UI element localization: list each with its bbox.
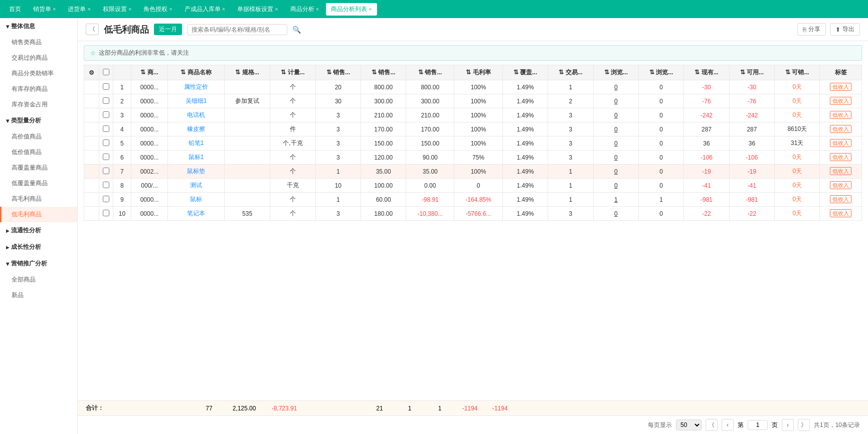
- col-header-available[interactable]: ⇅ 可用...: [729, 65, 774, 80]
- nav-close-goods-analysis-list[interactable]: ×: [369, 6, 372, 12]
- nav-item-goods-analysis[interactable]: 商品分析 ×: [285, 3, 324, 16]
- row-check[interactable]: [99, 165, 113, 179]
- sidebar-item-category-sales-rate[interactable]: 商品分类助销率: [0, 66, 77, 81]
- sidebar-item-low-coverage[interactable]: 低覆盖量商品: [0, 176, 77, 191]
- last-page-button[interactable]: 》: [798, 419, 810, 431]
- row-name[interactable]: 测试: [168, 179, 225, 193]
- search-input[interactable]: [187, 24, 287, 35]
- row-view1[interactable]: 0: [593, 151, 638, 165]
- nav-close-sales[interactable]: ×: [53, 6, 56, 12]
- sidebar-group-flow-analysis[interactable]: ▸ 流通性分析: [0, 222, 77, 239]
- per-page-select[interactable]: 50 100 200: [676, 419, 702, 430]
- row-checkbox[interactable]: [103, 83, 109, 90]
- row-view1[interactable]: 0: [593, 136, 638, 151]
- sidebar-item-high-coverage[interactable]: 高覆盖量商品: [0, 160, 77, 176]
- col-header-code[interactable]: ⇅ 商...: [131, 65, 167, 80]
- sidebar-item-all-goods[interactable]: 全部商品: [0, 272, 77, 287]
- row-check[interactable]: [99, 136, 113, 151]
- row-checkbox[interactable]: [103, 182, 109, 188]
- col-header-view2[interactable]: ⇅ 浏览...: [639, 65, 684, 80]
- col-header-spec[interactable]: ⇅ 规格...: [224, 65, 270, 80]
- row-view1[interactable]: 0: [593, 165, 638, 179]
- nav-item-product-entry[interactable]: 产成品入库单 ×: [180, 3, 230, 16]
- nav-item-sales[interactable]: 销货单 ×: [28, 3, 61, 16]
- row-checkbox[interactable]: [103, 168, 109, 174]
- row-name[interactable]: 属性定价: [168, 80, 225, 94]
- row-name[interactable]: 吴细细1: [168, 94, 225, 108]
- row-checkbox[interactable]: [103, 210, 109, 216]
- col-header-unit[interactable]: ⇅ 计量...: [270, 65, 315, 80]
- row-name[interactable]: 电话机: [168, 108, 225, 122]
- col-header-view1[interactable]: ⇅ 浏览...: [593, 65, 638, 80]
- col-header-current-stock[interactable]: ⇅ 现有...: [684, 65, 729, 80]
- row-check[interactable]: [99, 207, 113, 221]
- row-check[interactable]: [99, 122, 113, 136]
- sidebar-collapse-button[interactable]: 《: [86, 24, 99, 35]
- share-button[interactable]: ⎘ 分享: [797, 23, 826, 36]
- row-check[interactable]: [99, 193, 113, 207]
- nav-item-permission[interactable]: 权限设置 ×: [98, 3, 136, 16]
- col-header-tag[interactable]: 标签: [820, 65, 862, 80]
- nav-close-role[interactable]: ×: [169, 6, 172, 12]
- row-checkbox[interactable]: [103, 154, 109, 160]
- first-page-button[interactable]: 《: [706, 419, 718, 431]
- nav-close-template[interactable]: ×: [275, 6, 278, 12]
- col-header-trade-count[interactable]: ⇅ 交易...: [548, 65, 593, 80]
- row-check[interactable]: [99, 151, 113, 165]
- row-check[interactable]: [99, 108, 113, 122]
- sidebar-item-high-margin[interactable]: 高毛利商品: [0, 191, 77, 207]
- col-header-gross-margin[interactable]: ⇅ 毛利率: [454, 65, 503, 80]
- prev-page-button[interactable]: ‹: [722, 419, 734, 431]
- col-header-coverage[interactable]: ⇅ 覆盖...: [502, 65, 548, 80]
- row-name[interactable]: 鼠标: [168, 193, 225, 207]
- row-view1[interactable]: 0: [593, 207, 638, 221]
- row-view1[interactable]: 1: [593, 193, 638, 207]
- nav-close-permission[interactable]: ×: [128, 6, 131, 12]
- next-page-button[interactable]: ›: [782, 419, 794, 431]
- sidebar-item-traded-goods[interactable]: 交易过的商品: [0, 50, 77, 66]
- col-header-settings[interactable]: ⚙: [84, 65, 99, 80]
- sidebar-item-high-value[interactable]: 高价值商品: [0, 129, 77, 144]
- col-header-sales-profit[interactable]: ⇅ 销售...: [406, 65, 454, 80]
- nav-item-home[interactable]: 首页: [4, 3, 26, 16]
- row-checkbox[interactable]: [103, 196, 109, 202]
- col-header-name[interactable]: ⇅ 商品名称: [168, 65, 225, 80]
- row-view1[interactable]: 0: [593, 179, 638, 193]
- col-header-sales-price[interactable]: ⇅ 销售...: [361, 65, 406, 80]
- sidebar-item-low-value[interactable]: 低价值商品: [0, 144, 77, 160]
- sidebar-item-low-margin[interactable]: 低毛利商品: [0, 207, 77, 222]
- row-view1[interactable]: 0: [593, 108, 638, 122]
- date-filter-button[interactable]: 近一月: [154, 24, 182, 35]
- select-all-checkbox[interactable]: [103, 69, 109, 75]
- nav-close-product-entry[interactable]: ×: [222, 6, 225, 12]
- row-view1[interactable]: 0: [593, 80, 638, 94]
- col-header-saleable[interactable]: ⇅ 可销...: [775, 65, 820, 80]
- row-name[interactable]: 橡皮擦: [168, 122, 225, 136]
- row-view1[interactable]: 0: [593, 122, 638, 136]
- sidebar-item-in-stock-goods[interactable]: 有库存的商品: [0, 81, 77, 97]
- col-header-sales-qty[interactable]: ⇅ 销售...: [315, 65, 361, 80]
- row-name[interactable]: 铅笔1: [168, 136, 225, 151]
- col-header-check[interactable]: [99, 65, 113, 80]
- row-name[interactable]: 笔记本: [168, 207, 225, 221]
- nav-close-purchase[interactable]: ×: [87, 6, 90, 12]
- sidebar-group-type-analysis[interactable]: ▾ 类型量分析: [0, 112, 77, 129]
- nav-item-template[interactable]: 单据模板设置 ×: [232, 3, 283, 16]
- export-button[interactable]: ⬆ 导出: [830, 23, 860, 36]
- nav-item-purchase[interactable]: 进货单 ×: [63, 3, 95, 16]
- page-number-input[interactable]: [748, 420, 768, 430]
- sidebar-item-stock-capital[interactable]: 库存资金占用: [0, 97, 77, 112]
- row-checkbox[interactable]: [103, 97, 109, 104]
- sidebar-group-marketing-analysis[interactable]: ▾ 营销推广分析: [0, 255, 77, 272]
- row-checkbox[interactable]: [103, 139, 109, 146]
- row-checkbox[interactable]: [103, 125, 109, 132]
- sidebar-group-growth-analysis[interactable]: ▸ 成长性分析: [0, 239, 77, 255]
- row-check[interactable]: [99, 94, 113, 108]
- sidebar-item-new-goods[interactable]: 新品: [0, 287, 77, 303]
- search-button[interactable]: 🔍: [292, 26, 301, 34]
- row-name[interactable]: 鼠标垫: [168, 165, 225, 179]
- row-name[interactable]: 鼠标1: [168, 151, 225, 165]
- nav-close-goods-analysis[interactable]: ×: [316, 6, 319, 12]
- nav-item-role[interactable]: 角色授权 ×: [138, 3, 177, 16]
- row-checkbox[interactable]: [103, 111, 109, 118]
